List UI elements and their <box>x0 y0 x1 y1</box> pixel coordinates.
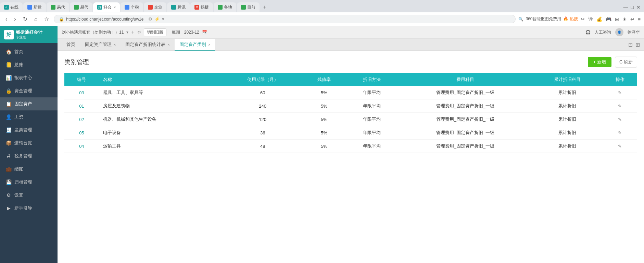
asset-icon: 📋 <box>5 101 12 107</box>
row3-expense: 管理费用_固定资产折旧_一级 <box>398 113 532 126</box>
sidebar-item-tax[interactable]: 🖨 税务管理 <box>0 150 58 163</box>
col-name: 名称 <box>99 73 223 86</box>
row3-action[interactable]: ✎ <box>603 113 637 126</box>
lightning-icon: ⚡ <box>154 16 160 22</box>
sidebar-item-guide[interactable]: ▶ 新手引导 <box>0 202 58 215</box>
help-icon: 🎧 <box>585 30 591 35</box>
game-icon[interactable]: 🎮 <box>606 16 611 22</box>
row4-name: 电子设备 <box>99 126 223 140</box>
row4-code[interactable]: 05 <box>64 126 99 140</box>
page-tab-depreciation-stat[interactable]: 固定资产折旧统计表 × <box>121 39 174 51</box>
switch-version-button[interactable]: 切到旧版 <box>144 28 166 36</box>
row4-action[interactable]: ✎ <box>603 126 637 140</box>
browser-tab-4[interactable]: 易代 <box>70 2 92 12</box>
page-tab-fixed-asset-mgmt[interactable]: 固定资产管理 × <box>80 39 121 51</box>
browser-tab-11[interactable]: 目前 <box>237 2 260 12</box>
row1-code[interactable]: 03 <box>64 86 99 99</box>
browser-tab-9[interactable]: M 畅捷 <box>190 2 213 12</box>
browser-tab-6[interactable]: 个税 <box>121 2 143 12</box>
browser-tab-3[interactable]: 易代 <box>47 2 69 12</box>
sidebar-item-invoice[interactable]: 🧾 发票管理 <box>0 123 58 136</box>
reload-button[interactable]: ↻ <box>21 15 29 23</box>
refresh-button[interactable]: C 刷新 <box>615 57 637 68</box>
grid-icon[interactable]: ⊞ <box>615 16 619 22</box>
tab-close-depreciation-stat[interactable]: × <box>167 43 169 47</box>
edit-icon-2[interactable]: ✎ <box>618 104 622 109</box>
sidebar-item-fund[interactable]: 🔒 资金管理 <box>0 84 58 97</box>
row2-code[interactable]: 01 <box>64 99 99 113</box>
bookmark-button[interactable]: ☆ <box>42 15 51 23</box>
back-button[interactable]: ‹ <box>3 15 9 23</box>
add-button[interactable]: + 新增 <box>588 57 611 67</box>
row2-action[interactable]: ✎ <box>603 99 637 113</box>
calendar-icon[interactable]: 📅 <box>202 30 207 35</box>
close-window-button[interactable]: ✕ <box>636 4 641 10</box>
address-bar: ‹ › ↻ ⌂ ☆ 🔒 https://cloud.chanjet.com/ac… <box>0 12 644 26</box>
page-tab-home[interactable]: 首页 <box>62 39 80 51</box>
tab-close-fixed-asset-mgmt[interactable]: × <box>114 43 116 47</box>
maximize-button[interactable]: □ <box>631 4 634 10</box>
edit-icon-1[interactable]: ✎ <box>618 90 622 95</box>
translate-icon[interactable]: 译 <box>588 16 593 22</box>
row2-expense: 管理费用_固定资产折旧_一级 <box>398 99 532 113</box>
col-residual: 残值率 <box>302 73 346 86</box>
sidebar-item-settings[interactable]: ⚙ 设置 <box>0 189 58 202</box>
logo-sub-text: 专业版 <box>16 35 42 40</box>
scissors-icon[interactable]: ✂ <box>581 16 585 22</box>
edit-icon-4[interactable]: ✎ <box>618 130 622 135</box>
wallet-icon[interactable]: 💰 <box>596 16 602 22</box>
browser-tab-2[interactable]: 新建 <box>23 2 46 12</box>
minimize-button[interactable]: — <box>623 4 628 10</box>
row1-action[interactable]: ✎ <box>603 86 637 99</box>
tax-icon: 🖨 <box>5 153 12 159</box>
security-icon: 🔒 <box>59 17 64 22</box>
forward-button[interactable]: › <box>12 15 18 23</box>
expand-tab-button[interactable]: ⊞ <box>635 41 640 48</box>
sidebar-item-stock[interactable]: 📦 进销台账 <box>0 136 58 150</box>
row3-name: 机器、机械和其他生产设备 <box>99 113 223 126</box>
new-tab-button[interactable]: + <box>260 3 269 12</box>
page-tab-asset-category[interactable]: 固定资产类别 × <box>175 39 215 51</box>
add-account-button[interactable]: + <box>131 29 134 35</box>
stock-icon: 📦 <box>5 140 12 146</box>
logo-icon: 好 <box>4 30 14 39</box>
restore-tab-button[interactable]: ⊡ <box>628 41 633 48</box>
sidebar-item-asset[interactable]: 📋 固定资产 <box>0 97 58 110</box>
row5-code[interactable]: 04 <box>64 140 99 153</box>
sidebar-item-ledger[interactable]: 📒 总账 <box>0 58 58 71</box>
row5-action[interactable]: ✎ <box>603 140 637 153</box>
report-icon: 📊 <box>5 75 12 81</box>
browser-tab-1[interactable]: ✓ 在线 <box>0 2 23 12</box>
edit-icon-3[interactable]: ✎ <box>618 117 622 122</box>
dropdown-icon[interactable]: ▾ <box>162 16 164 22</box>
url-input[interactable]: 🔒 https://cloud.chanjet.com/accounting/u… <box>54 15 516 23</box>
main-content: 刘小艳演示账套（勿删勿动！）11 ▾ + ⚙ 切到旧版 账期 2023-12 📅… <box>58 26 644 263</box>
browser-tab-7[interactable]: 企业 <box>144 2 166 12</box>
menu-icon[interactable]: ≡ <box>638 16 641 22</box>
row2-name: 房屋及建筑物 <box>99 99 223 113</box>
tab-close-5[interactable]: × <box>114 5 116 9</box>
tab-close-asset-category[interactable]: × <box>208 43 210 47</box>
row3-depreciation: 累计折旧 <box>532 113 603 126</box>
home-button[interactable]: ⌂ <box>32 15 40 23</box>
row3-code[interactable]: 02 <box>64 113 99 126</box>
browser-tools-icon: ⚙ <box>148 16 152 22</box>
browser-tab-5[interactable]: 好 好会 × <box>93 2 120 12</box>
row1-depreciation: 累计折旧 <box>532 86 603 99</box>
browser-tab-10[interactable]: 各地 <box>214 2 236 12</box>
browser-tab-8[interactable]: 腾讯 <box>167 2 190 12</box>
undo-icon[interactable]: ↩ <box>630 16 634 22</box>
sidebar-item-home[interactable]: 🏠 首页 <box>0 45 58 58</box>
top-bar-right: 🎧 人工咨询 👤 徐泽华 <box>585 28 640 36</box>
sidebar-item-archive[interactable]: 💾 归档管理 <box>0 176 58 189</box>
help-label[interactable]: 人工咨询 <box>595 29 611 35</box>
sidebar-item-close[interactable]: 💼 结账 <box>0 163 58 176</box>
row1-period: 60 <box>223 86 302 99</box>
settings-button[interactable]: ⚙ <box>137 30 141 35</box>
search-area[interactable]: 🔍 360智能抠图免费用 🔥 热搜 <box>518 16 578 22</box>
edit-icon-5[interactable]: ✎ <box>618 144 622 149</box>
dropdown-arrow[interactable]: ▾ <box>126 30 128 35</box>
sidebar-item-report[interactable]: 📊 报表中心 <box>0 71 58 84</box>
brightness-icon[interactable]: ☀ <box>622 16 627 22</box>
sidebar-item-salary[interactable]: 👤 工资 <box>0 110 58 123</box>
